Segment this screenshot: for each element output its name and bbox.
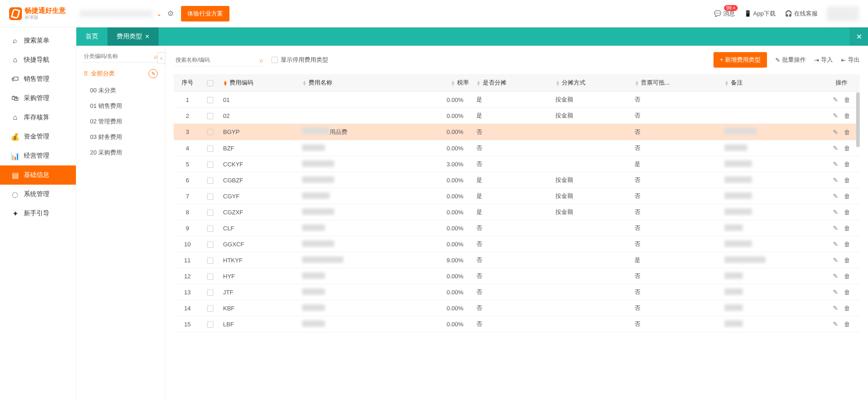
cell-checkbox[interactable]	[201, 300, 219, 316]
col-code[interactable]: ▲▼费用编码	[219, 74, 298, 92]
table-row[interactable]: 15 LBF 0.00% 否 否 ✎ 🗑	[174, 316, 860, 332]
table-row[interactable]: 1 01 0.00% 是 按金额 否 ✎ 🗑	[174, 92, 860, 108]
table-row[interactable]: 2 02 0.00% 是 按金额 否 ✎ 🗑	[174, 108, 860, 124]
search-icon[interactable]: ⌕	[260, 57, 263, 64]
experience-button[interactable]: 体验行业方案	[181, 6, 229, 21]
sidebar-item-8[interactable]: ◌系统管理	[0, 185, 76, 204]
delete-icon[interactable]: 🗑	[844, 224, 850, 232]
category-item-4[interactable]: 20 采购费用	[82, 145, 160, 160]
table-row[interactable]: 9 CLF 0.00% 否 否 ✎ 🗑	[174, 220, 860, 236]
app-download-link[interactable]: 📱 App下载	[744, 10, 776, 18]
delete-icon[interactable]: 🗑	[844, 208, 850, 216]
edit-icon[interactable]: ✎	[833, 208, 838, 216]
support-link[interactable]: 🎧 在线客服	[785, 10, 818, 18]
edit-icon[interactable]: ✎	[833, 320, 838, 328]
edit-icon[interactable]: ✎	[833, 288, 838, 296]
table-row[interactable]: 13 JTF 0.00% 否 否 ✎ 🗑	[174, 284, 860, 300]
avatar[interactable]	[827, 6, 859, 21]
edit-icon[interactable]: ✎	[833, 256, 838, 264]
tab-1[interactable]: 费用类型✕	[107, 27, 159, 46]
show-disabled-checkbox[interactable]: 显示停用费用类型	[272, 56, 328, 64]
add-expense-type-button[interactable]: + 新增费用类型	[714, 52, 767, 68]
cell-checkbox[interactable]	[201, 124, 219, 140]
cell-checkbox[interactable]	[201, 156, 219, 172]
edit-icon[interactable]: ✎	[833, 192, 838, 200]
table-row[interactable]: 5 CCKYF 3.00% 否 是 ✎ 🗑	[174, 156, 860, 172]
tabbar-close-icon[interactable]: ✕	[850, 27, 868, 46]
table-row[interactable]: 8 CGZXF 0.00% 是 按金额 否 ✎ 🗑	[174, 204, 860, 220]
edit-icon[interactable]: ✎	[833, 176, 838, 184]
delete-icon[interactable]: 🗑	[844, 96, 850, 103]
sidebar-item-7[interactable]: ▤基础信息	[0, 165, 76, 185]
cell-checkbox[interactable]	[201, 108, 219, 124]
sidebar-item-3[interactable]: 🛍采购管理	[0, 89, 76, 108]
cell-checkbox[interactable]	[201, 172, 219, 188]
edit-icon[interactable]: ✎	[833, 304, 838, 312]
edit-icon[interactable]: ✎	[833, 144, 838, 152]
delete-icon[interactable]: 🗑	[844, 272, 850, 280]
category-item-1[interactable]: 01 销售费用	[82, 98, 160, 114]
cell-checkbox[interactable]	[201, 268, 219, 284]
edit-icon[interactable]: ✎	[833, 160, 838, 168]
category-item-0[interactable]: 00 未分类	[82, 83, 160, 98]
close-icon[interactable]: ✕	[145, 33, 149, 40]
table-row[interactable]: 11 HTKYF 9.00% 否 是 ✎ 🗑	[174, 252, 860, 268]
cell-checkbox[interactable]	[201, 220, 219, 236]
cell-checkbox[interactable]	[201, 252, 219, 268]
category-item-2[interactable]: 02 管理费用	[82, 114, 160, 129]
table-row[interactable]: 3 BGYP 用品费 0.00% 否 否 ✎ 🗑	[174, 124, 860, 140]
table-row[interactable]: 14 KBF 0.00% 否 否 ✎ 🗑	[174, 300, 860, 316]
sidebar-item-1[interactable]: ⌂快捷导航	[0, 50, 76, 69]
delete-icon[interactable]: 🗑	[844, 144, 850, 152]
col-remark[interactable]: ▲▼备注	[721, 74, 823, 92]
sidebar-item-6[interactable]: 📊经营管理	[0, 146, 76, 165]
edit-icon[interactable]: ✎	[833, 96, 838, 103]
category-title[interactable]: ⠿ 全部分类 ✎	[82, 63, 160, 83]
edit-icon[interactable]: ✎	[833, 240, 838, 248]
cell-checkbox[interactable]	[201, 204, 219, 220]
edit-icon[interactable]: ✎	[149, 69, 158, 78]
cell-checkbox[interactable]	[201, 284, 219, 300]
cell-checkbox[interactable]	[201, 140, 219, 156]
sidebar-item-9[interactable]: ✦新手引导	[0, 204, 76, 223]
category-item-3[interactable]: 03 财务费用	[82, 129, 160, 145]
gear-icon[interactable]: ⚙	[167, 9, 174, 18]
delete-icon[interactable]: 🗑	[844, 304, 850, 312]
delete-icon[interactable]: 🗑	[844, 160, 850, 168]
tab-0[interactable]: 首页	[76, 27, 107, 46]
delete-icon[interactable]: 🗑	[844, 192, 850, 200]
edit-icon[interactable]: ✎	[833, 112, 838, 119]
col-seq[interactable]: 序号	[174, 74, 201, 92]
cell-checkbox[interactable]	[201, 316, 219, 332]
col-checkbox[interactable]	[201, 74, 219, 92]
delete-icon[interactable]: 🗑	[844, 128, 850, 136]
cell-checkbox[interactable]	[201, 188, 219, 204]
cell-checkbox[interactable]	[201, 92, 219, 108]
table-row[interactable]: 7 CGYF 0.00% 是 按金额 否 ✎ 🗑	[174, 188, 860, 204]
sidebar-item-2[interactable]: 🏷销售管理	[0, 69, 76, 89]
edit-icon[interactable]: ✎	[833, 128, 838, 136]
import-button[interactable]: ⇥ 导入	[814, 56, 833, 64]
delete-icon[interactable]: 🗑	[844, 288, 850, 296]
col-name[interactable]: ▲▼费用名称	[298, 74, 410, 92]
delete-icon[interactable]: 🗑	[844, 320, 850, 328]
delete-icon[interactable]: 🗑	[844, 112, 850, 119]
batch-operate-button[interactable]: ✎ 批量操作	[775, 56, 806, 64]
col-deduct[interactable]: ▲▼普票可抵...	[631, 74, 720, 92]
table-row[interactable]: 6 CGBZF 0.00% 是 按金额 否 ✎ 🗑	[174, 172, 860, 188]
delete-icon[interactable]: 🗑	[844, 176, 850, 184]
sidebar-item-5[interactable]: 💰资金管理	[0, 127, 76, 146]
col-tax[interactable]: ▲▼税率	[410, 74, 473, 92]
col-allocate[interactable]: ▲▼是否分摊	[473, 74, 552, 92]
table-row[interactable]: 4 BZF 0.00% 否 否 ✎ 🗑	[174, 140, 860, 156]
sidebar-item-4[interactable]: ⌂库存核算	[0, 108, 76, 127]
table-search-input[interactable]	[174, 54, 265, 66]
collapse-handle[interactable]: «	[157, 52, 165, 64]
edit-icon[interactable]: ✎	[833, 272, 838, 280]
export-button[interactable]: ⇤ 导出	[841, 56, 860, 64]
company-select[interactable]: ⌄	[80, 10, 162, 17]
edit-icon[interactable]: ✎	[833, 224, 838, 232]
table-row[interactable]: 12 HYF 0.00% 否 否 ✎ 🗑	[174, 268, 860, 284]
table-row[interactable]: 10 GGXCF 0.00% 否 否 ✎ 🗑	[174, 236, 860, 252]
cell-checkbox[interactable]	[201, 236, 219, 252]
